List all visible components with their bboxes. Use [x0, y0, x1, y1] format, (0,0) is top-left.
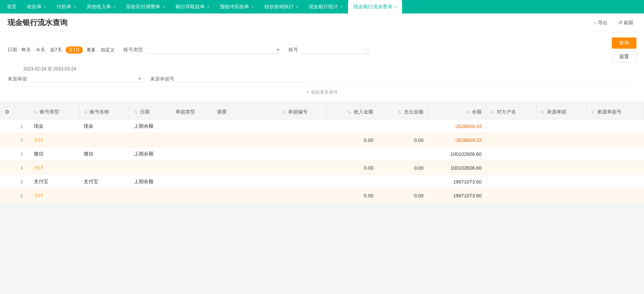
- table-body: 1现金现金上期余额-3528659.332小计0.000.00-3528659.…: [0, 119, 644, 203]
- nav-tab-bank-deposit[interactable]: 银行存取款单 ×: [170, 0, 215, 13]
- table-cell: [212, 147, 277, 161]
- nav-tab-receipts[interactable]: 收款单 ×: [22, 0, 51, 13]
- account-browse-button[interactable]: ···: [364, 46, 370, 53]
- close-icon[interactable]: ×: [113, 4, 116, 9]
- table-cell: [328, 119, 378, 133]
- account-type-filter-group: 账号类型 ▾: [123, 46, 281, 54]
- header-actions: ↑ 导出 ↺ 刷新: [591, 18, 637, 28]
- table-cell: 19871073.60: [428, 175, 486, 189]
- table-cell: [378, 147, 428, 161]
- account-input[interactable]: [301, 47, 364, 52]
- nav-tab-cash-bank-flow[interactable]: 现金银行流水查询 ×: [348, 0, 402, 13]
- col-doc-type: 单据类型: [171, 105, 212, 119]
- col-date[interactable]: ⇅ 日期: [129, 105, 171, 119]
- date-opt-more[interactable]: 更多: [85, 46, 97, 54]
- table-cell: [171, 119, 212, 133]
- close-icon[interactable]: ×: [162, 4, 165, 9]
- filter-row-2: 来源单据 ▾ 来源单据号: [8, 75, 636, 83]
- col-doc-no[interactable]: ⇅ 单据编号: [278, 105, 328, 119]
- table-cell: 19871073.60: [428, 189, 486, 203]
- close-icon[interactable]: ×: [296, 4, 298, 9]
- table-row: 1现金现金上期余额-3528659.33: [0, 119, 644, 133]
- table-cell: 小计: [29, 161, 80, 175]
- nav-tab-other-income[interactable]: 其他收入单 ×: [81, 0, 121, 13]
- date-options: 昨天 今天 近7天 近1月 更多 自定义: [20, 46, 116, 54]
- chevron-down-icon: ▾: [277, 47, 279, 52]
- table-cell: [212, 175, 277, 189]
- close-icon[interactable]: ×: [395, 4, 397, 9]
- col-account-name[interactable]: ⇅ 账号名称: [79, 105, 129, 119]
- table-cell: 小计: [29, 133, 80, 147]
- nav-tab-prepay-writeoff[interactable]: 预收冲应收单 ×: [215, 0, 259, 13]
- table-cell: [212, 119, 277, 133]
- close-icon[interactable]: ×: [207, 4, 209, 9]
- date-opt-7days[interactable]: 近7天: [49, 46, 63, 54]
- collapse-bar[interactable]: ∧ 收起更多条件: [8, 87, 636, 98]
- nav-tab-receipt-exec[interactable]: 收款核销执行 ×: [259, 0, 303, 13]
- col-settings[interactable]: ⚙: [0, 105, 14, 119]
- date-label: 日期: [8, 46, 17, 53]
- date-opt-custom[interactable]: 自定义: [99, 46, 116, 54]
- date-opt-today[interactable]: 今天: [35, 46, 47, 54]
- table-cell: 0.00: [378, 161, 428, 175]
- col-counterparty[interactable]: ⇅ 对方户名: [486, 105, 536, 119]
- query-button[interactable]: 查询: [612, 37, 636, 49]
- table-cell: [212, 133, 277, 147]
- source-doc-label: 来源单据: [8, 76, 27, 82]
- close-icon[interactable]: ×: [74, 4, 76, 9]
- table-cell: [79, 161, 129, 175]
- nav-home[interactable]: 首页: [2, 0, 22, 13]
- nav-tab-cash-bank-stats[interactable]: 现金银行统计 ×: [303, 0, 348, 13]
- table-row: 6小计0.000.0019871073.60: [0, 189, 644, 203]
- close-icon[interactable]: ×: [251, 4, 254, 9]
- date-opt-yesterday[interactable]: 昨天: [20, 46, 32, 54]
- account-type-select[interactable]: ▾: [146, 46, 281, 54]
- table-cell: [536, 161, 587, 175]
- table-cell: 支付宝: [29, 175, 80, 189]
- col-income[interactable]: ⇅ 收入金额: [328, 105, 378, 119]
- col-expense[interactable]: ⇅ 支出金额: [378, 105, 428, 119]
- col-balance[interactable]: ⇅ 余额: [428, 105, 486, 119]
- table-cell: 小计: [29, 189, 80, 203]
- date-opt-1month[interactable]: 近1月: [66, 46, 83, 54]
- table-cell: [278, 133, 328, 147]
- col-source-doc-no[interactable]: ⇅ 来源单据号: [587, 105, 644, 119]
- nav-tab-payments[interactable]: 付款单 ×: [51, 0, 81, 13]
- right-buttons: 查询 设置: [612, 37, 636, 62]
- table-cell: 现金: [79, 119, 129, 133]
- col-account-type[interactable]: ⇅ 账号类型: [29, 105, 80, 119]
- nav-tab-ar-ap-adjust[interactable]: 应收应付调整单 ×: [121, 0, 170, 13]
- table-row: 4小计0.000.00100102606.60: [0, 161, 644, 175]
- table-cell: [587, 133, 644, 147]
- refresh-button[interactable]: ↺ 刷新: [615, 18, 636, 28]
- table-cell: 微信: [79, 147, 129, 161]
- table-cell: [0, 175, 14, 189]
- table-cell: 0.00: [328, 161, 378, 175]
- source-doc-select[interactable]: ▾: [30, 75, 143, 83]
- col-index: [14, 105, 29, 119]
- source-doc-no-input[interactable]: [177, 75, 305, 83]
- table-cell: 3: [14, 147, 29, 161]
- table-cell: [536, 189, 587, 203]
- table-cell: 上期余额: [129, 175, 171, 189]
- close-icon[interactable]: ×: [340, 4, 342, 9]
- table-cell: 6: [14, 189, 29, 203]
- col-source-doc[interactable]: ⇅ 来源单据: [536, 105, 587, 119]
- gear-icon[interactable]: ⚙: [5, 109, 9, 115]
- source-doc-no-filter-group: 来源单据号: [150, 75, 636, 83]
- table-cell: [486, 175, 536, 189]
- table-row: 5支付宝支付宝上期余额19871073.60: [0, 175, 644, 189]
- export-button[interactable]: ↑ 导出: [591, 18, 611, 28]
- settings-button[interactable]: 设置: [612, 51, 636, 62]
- table-cell: [328, 175, 378, 189]
- table-cell: [486, 147, 536, 161]
- table-row: 3微信微信上期余额100102606.60: [0, 147, 644, 161]
- close-icon[interactable]: ×: [44, 4, 46, 9]
- table-cell: [171, 147, 212, 161]
- table-cell: 0.00: [378, 189, 428, 203]
- table-cell: [79, 133, 129, 147]
- table-cell: [328, 147, 378, 161]
- table-cell: [278, 147, 328, 161]
- filter-row-1: 日期 昨天 今天 近7天 近1月 更多 自定义 账号类型 ▾ 账号 ···: [8, 37, 636, 62]
- account-input-wrapper: ···: [301, 46, 370, 54]
